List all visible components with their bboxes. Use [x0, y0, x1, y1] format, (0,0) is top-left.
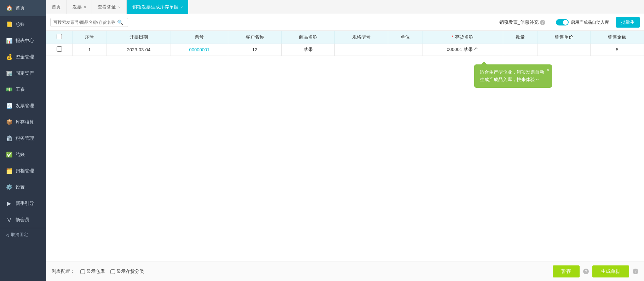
- sidebar-icon-fund-management: 💰: [6, 54, 13, 60]
- sidebar-label-fixed-assets: 固定资产: [16, 70, 34, 76]
- row-checkbox-0[interactable]: [57, 46, 62, 52]
- show-warehouse-label: 显示仓库: [86, 268, 105, 275]
- main-content: 首页发票×查看凭证×销项发票生成库存单据× 🔍 销项发票_信息补充 ? 启用产成…: [46, 0, 644, 281]
- cell-customer-0: 12: [228, 44, 282, 56]
- sidebar-item-invoice-management[interactable]: 🧾发票管理: [0, 98, 46, 114]
- cell-date-0: 2023-03-04: [107, 44, 171, 56]
- config-label: 列表配置：: [52, 268, 75, 275]
- sidebar-label-settings: 设置: [16, 184, 25, 190]
- table-header: 序号 开票日期 票号 客户名称 商品名称 规格型号 单位 存货名称 数量 销售单…: [46, 31, 644, 44]
- show-warehouse-checkbox[interactable]: [80, 269, 85, 274]
- sidebar-icon-settings: ⚙️: [6, 184, 13, 190]
- cell-qty-0: [503, 44, 537, 56]
- sidebar-icon-report-center: 📊: [6, 38, 13, 44]
- sidebar-item-vip[interactable]: V畅会员: [0, 212, 46, 228]
- sidebar-label-inventory-check: 库存核算: [16, 119, 34, 125]
- col-unit: 单位: [388, 31, 422, 44]
- show-inventory-category-label: 显示存货分类: [116, 268, 144, 275]
- tab-close-generate-inventory[interactable]: ×: [180, 5, 183, 9]
- col-invoice-no: 票号: [171, 31, 228, 44]
- cell-inventory-0: 000001 苹果 个: [422, 44, 503, 56]
- footer: 列表配置： 显示仓库 显示存货分类 暂存 ? 生成单据 ?: [46, 262, 644, 281]
- search-icon: 🔍: [117, 19, 123, 25]
- cell-invoice-no-0[interactable]: 00000001: [171, 44, 228, 56]
- page-body: 🔍 销项发票_信息补充 ? 启用产成品自动入库 批量生: [46, 14, 644, 281]
- sidebar-icon-home: 🏠: [6, 5, 13, 11]
- footer-buttons: 暂存 ? 生成单据 ?: [553, 265, 638, 277]
- sidebar: 🏠首页📒总账📊报表中心💰资金管理🏢固定资产💵工资🧾发票管理📦库存核算🏛️税务管理…: [0, 0, 46, 281]
- sidebar-label-home: 首页: [16, 5, 25, 11]
- save-help-icon[interactable]: ?: [583, 269, 589, 274]
- tab-invoice[interactable]: 发票×: [67, 0, 92, 14]
- tooltip-text: 适合生产型企业，销项发票自动生成产成品入库，快来体验～: [480, 69, 544, 82]
- sidebar-label-tax-management: 税务管理: [16, 135, 34, 142]
- sidebar-item-settings[interactable]: ⚙️设置: [0, 179, 46, 195]
- toggle-label: 启用产成品自动入库: [571, 19, 609, 25]
- select-all-checkbox[interactable]: [57, 34, 62, 39]
- tab-close-invoice[interactable]: ×: [84, 5, 86, 9]
- tab-label-home: 首页: [52, 4, 61, 10]
- sidebar-item-fixed-assets[interactable]: 🏢固定资产: [0, 65, 46, 81]
- sidebar-icon-general-ledger: 📒: [6, 21, 13, 28]
- pin-icon: ◁: [6, 233, 9, 237]
- sidebar-icon-fixed-assets: 🏢: [6, 70, 13, 76]
- page-title-text: 销项发票_信息补充: [499, 19, 539, 25]
- tooltip-close[interactable]: ×: [546, 67, 549, 74]
- sidebar-label-vip: 畅会员: [16, 217, 29, 223]
- search-input[interactable]: [53, 20, 117, 25]
- sidebar-icon-vip: V: [6, 217, 13, 223]
- col-product: 商品名称: [281, 31, 335, 44]
- col-seq: 序号: [73, 31, 107, 44]
- pin-label: 取消固定: [11, 232, 28, 238]
- auto-warehouse-toggle[interactable]: [556, 19, 569, 25]
- sidebar-label-payroll: 工资: [16, 86, 25, 93]
- tab-view-voucher[interactable]: 查看凭证×: [92, 0, 126, 14]
- sidebar-icon-settlement: ✅: [6, 151, 13, 158]
- info-label: 销项发票_信息补充 ?: [499, 19, 545, 25]
- tab-generate-inventory[interactable]: 销项发票生成库存单据×: [127, 0, 188, 14]
- show-inventory-category-checkbox[interactable]: [110, 269, 115, 274]
- sidebar-item-inventory-check[interactable]: 📦库存核算: [0, 114, 46, 130]
- cell-product-0: 苹果: [281, 44, 335, 56]
- sidebar-label-guide: 新手引导: [16, 200, 34, 207]
- sidebar-icon-payroll: 💵: [6, 86, 13, 93]
- tooltip-bubble: × 适合生产型企业，销项发票自动生成产成品入库，快来体验～: [474, 64, 552, 88]
- tab-label-invoice: 发票: [73, 4, 82, 10]
- sidebar-item-guide[interactable]: ▶新手引导: [0, 195, 46, 212]
- sidebar-icon-guide: ▶: [6, 200, 13, 207]
- cell-unit-0: [388, 44, 422, 56]
- tab-label-view-voucher: 查看凭证: [98, 4, 116, 10]
- table-container: 序号 开票日期 票号 客户名称 商品名称 规格型号 单位 存货名称 数量 销售单…: [46, 31, 644, 262]
- sidebar-pin[interactable]: ◁ 取消固定: [0, 228, 46, 241]
- sidebar-item-payroll[interactable]: 💵工资: [0, 81, 46, 98]
- sidebar-label-invoice-management: 发票管理: [16, 103, 34, 109]
- toggle-area: 启用产成品自动入库: [556, 19, 609, 25]
- col-inventory: 存货名称: [422, 31, 503, 44]
- show-inventory-category-check[interactable]: 显示存货分类: [110, 268, 144, 275]
- help-icon[interactable]: ?: [540, 20, 545, 25]
- save-button[interactable]: 暂存: [553, 265, 580, 277]
- col-amount: 销售金额: [591, 31, 644, 44]
- search-box[interactable]: 🔍: [50, 18, 128, 27]
- sidebar-item-report-center[interactable]: 📊报表中心: [0, 33, 46, 49]
- generate-button[interactable]: 生成单据: [592, 265, 629, 277]
- invoice-no-link-0[interactable]: 00000001: [189, 47, 209, 52]
- tab-home[interactable]: 首页: [46, 0, 67, 14]
- sidebar-item-general-ledger[interactable]: 📒总账: [0, 16, 46, 33]
- sidebar-item-settlement[interactable]: ✅结账: [0, 147, 46, 163]
- show-warehouse-check[interactable]: 显示仓库: [80, 268, 105, 275]
- tab-close-view-voucher[interactable]: ×: [118, 5, 120, 9]
- cell-amount-0: 5: [591, 44, 644, 56]
- col-qty: 数量: [503, 31, 537, 44]
- cell-seq-0: 1: [73, 44, 107, 56]
- sidebar-item-tax-management[interactable]: 🏛️税务管理: [0, 130, 46, 147]
- sidebar-label-fund-management: 资金管理: [16, 54, 34, 60]
- generate-help-icon[interactable]: ?: [633, 269, 638, 274]
- sidebar-item-fund-management[interactable]: 💰资金管理: [0, 49, 46, 65]
- batch-button[interactable]: 批量生: [616, 17, 640, 28]
- col-unit-price: 销售单价: [537, 31, 591, 44]
- sidebar-item-archive-management[interactable]: 🗂️归档管理: [0, 163, 46, 179]
- table-body: 1 2023-03-04 00000001 12 苹果 000001 苹果 个 …: [46, 44, 644, 56]
- cell-spec-0: [335, 44, 388, 56]
- sidebar-item-home[interactable]: 🏠首页: [0, 0, 46, 16]
